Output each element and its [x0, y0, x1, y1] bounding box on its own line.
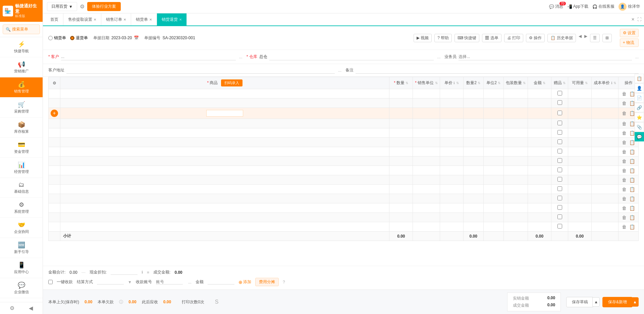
daily-category-selector[interactable]: 日用百货 ▼: [47, 2, 77, 11]
tab-expand[interactable]: ⛶: [637, 17, 641, 22]
shortcut-btn[interactable]: ⌨ 快捷键: [454, 34, 479, 42]
row-avail-cell[interactable]: [568, 203, 592, 213]
row-cost-cell[interactable]: [592, 99, 619, 108]
app-download-button[interactable]: 📲 App下载: [567, 4, 588, 9]
row-delete-btn[interactable]: 🗑: [621, 215, 627, 220]
row-unit2-cell[interactable]: [483, 185, 503, 194]
row-avail-cell[interactable]: [568, 213, 592, 222]
row-cost-cell[interactable]: [592, 213, 619, 222]
row-price-cell[interactable]: [440, 203, 463, 213]
row-cost-cell[interactable]: [592, 128, 619, 138]
row-unit-cell[interactable]: [413, 128, 440, 138]
radio-sales[interactable]: 销货单: [48, 35, 66, 41]
row-amount-cell[interactable]: [528, 89, 551, 99]
row-product-cell[interactable]: [60, 194, 389, 203]
row-qty-cell[interactable]: [389, 128, 413, 138]
row-unit-cell[interactable]: [413, 175, 440, 185]
row-avail-cell[interactable]: [568, 119, 592, 128]
row-delete-btn[interactable]: 🗑: [621, 121, 627, 126]
th-unit[interactable]: * 销售单位 ⇅: [413, 77, 440, 89]
warehouse-more-btn[interactable]: ...: [437, 55, 440, 59]
staff-more-btn[interactable]: ...: [635, 55, 639, 59]
remark-input[interactable]: [356, 67, 639, 74]
quick-icon-6[interactable]: 📎: [635, 122, 644, 132]
sidebar-settings-btn[interactable]: ⚙: [10, 305, 14, 311]
gift-checkbox[interactable]: [557, 139, 562, 144]
gift-checkbox[interactable]: [557, 205, 562, 210]
quick-icon-4[interactable]: 🔗: [635, 103, 644, 112]
row-unit2-cell[interactable]: [483, 108, 503, 119]
add-payment-btn[interactable]: ⊕ 添加: [238, 279, 251, 285]
sidebar-item-inventory[interactable]: 📦 库存核算: [0, 118, 43, 138]
row-qty2-cell[interactable]: [463, 156, 483, 166]
row-cost-cell[interactable]: [592, 119, 619, 128]
customer-input[interactable]: [61, 53, 236, 60]
fee-split-btn[interactable]: 费用分摊: [255, 278, 279, 286]
row-unit2-cell[interactable]: [483, 166, 503, 175]
th-qty[interactable]: * 数量 ⇅: [389, 77, 413, 89]
gift-checkbox[interactable]: [557, 111, 562, 115]
row-pkg-cell[interactable]: [503, 222, 528, 232]
row-unit2-cell[interactable]: [483, 222, 503, 232]
settlement-dropdown-icon[interactable]: ▼: [128, 280, 132, 285]
row-qty2-cell[interactable]: [463, 222, 483, 232]
row-cost-cell[interactable]: [592, 222, 619, 232]
fee-amount-input[interactable]: [208, 279, 234, 285]
row-copy-btn[interactable]: 📋: [629, 149, 636, 154]
search-menu-button[interactable]: 🔍 搜索菜单: [3, 24, 40, 34]
tab-sales-invoice[interactable]: 销货单 ✕: [131, 13, 157, 25]
sidebar-item-shortcut[interactable]: ⚡ 快捷导航: [0, 37, 43, 57]
row-unit2-cell[interactable]: [483, 89, 503, 99]
row-pkg-cell[interactable]: [503, 175, 528, 185]
radio-return[interactable]: 退货单: [70, 35, 88, 41]
row-unit-cell[interactable]: [413, 108, 440, 119]
row-amount-cell[interactable]: [528, 147, 551, 156]
row-product-cell[interactable]: [60, 213, 389, 222]
sidebar-item-marketing[interactable]: 📢 营销推广: [0, 57, 43, 77]
row-delete-btn[interactable]: 🗑: [621, 140, 627, 145]
row-avail-cell[interactable]: [568, 138, 592, 147]
tab-close-sales-order[interactable]: ✕: [123, 18, 126, 21]
row-amount-cell[interactable]: [528, 99, 551, 108]
row-unit-cell[interactable]: [413, 138, 440, 147]
row-cost-cell[interactable]: [592, 138, 619, 147]
row-cost-cell[interactable]: [592, 185, 619, 194]
row-amount-cell[interactable]: [528, 203, 551, 213]
row-product-cell[interactable]: [60, 138, 389, 147]
row-cost-cell[interactable]: [592, 147, 619, 156]
scan-input-btn[interactable]: 扫码录入: [221, 79, 243, 86]
row-copy-btn[interactable]: 📋: [629, 215, 636, 220]
sidebar-item-wechat[interactable]: 💬 企业微信: [0, 278, 43, 298]
address-more-btn[interactable]: ...: [338, 68, 341, 73]
row-price-cell[interactable]: [440, 175, 463, 185]
row-cost-cell[interactable]: [592, 89, 619, 99]
radio-return-input[interactable]: [70, 36, 74, 40]
row-cost-cell[interactable]: [592, 175, 619, 185]
row-avail-cell[interactable]: [568, 108, 592, 119]
row-avail-cell[interactable]: [568, 222, 592, 232]
row-amount-cell[interactable]: [528, 213, 551, 222]
tab-close-sales-invoice[interactable]: ✕: [149, 18, 152, 21]
trial-button[interactable]: 体验行业方案: [87, 2, 121, 11]
th-qty2[interactable]: 数量2 ⇅: [463, 77, 483, 89]
row-product-cell[interactable]: [60, 156, 389, 166]
gift-checkbox[interactable]: [557, 158, 562, 163]
row-price-cell[interactable]: [440, 185, 463, 194]
row-cost-cell[interactable]: [592, 203, 619, 213]
row-unit-cell[interactable]: [413, 185, 440, 194]
sidebar-item-app[interactable]: 📱 应用中心: [0, 258, 43, 278]
calendar-icon[interactable]: 📅: [134, 36, 139, 40]
row-qty-cell[interactable]: [389, 147, 413, 156]
tab-sales-return[interactable]: 销货退货 ✕: [157, 13, 187, 25]
online-service-button[interactable]: 🎧 在线客服: [592, 4, 614, 9]
row-qty-cell[interactable]: [389, 138, 413, 147]
row-qty2-cell[interactable]: [463, 147, 483, 156]
tab-close-price-settings[interactable]: ✕: [94, 18, 96, 21]
th-price[interactable]: 单价 ℹ ⇅: [440, 77, 463, 89]
row-unit2-cell[interactable]: [483, 194, 503, 203]
row-amount-cell[interactable]: [528, 185, 551, 194]
row-price-cell[interactable]: [440, 147, 463, 156]
row-qty-cell[interactable]: [389, 175, 413, 185]
row-amount-cell[interactable]: [528, 108, 551, 119]
row-delete-btn[interactable]: 🗑: [621, 91, 627, 97]
